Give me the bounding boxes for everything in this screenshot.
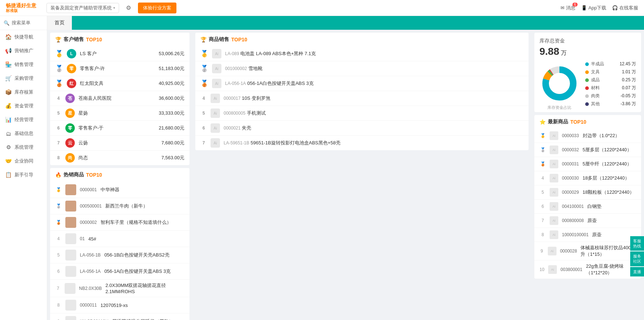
product-name: 22g鱼豆腐-烧烤味（1*12*20） (586, 263, 636, 276)
float-button[interactable]: 客服 热线 (630, 236, 644, 251)
product-name: 12070519-xs (101, 303, 128, 308)
inventory-legend: 半成品 12.45 万 文具 1.01 万 成品 0.25 万 材料 0.07 … (585, 61, 636, 107)
sidebar-item-新手引导[interactable]: 📋新手引导 (0, 168, 47, 182)
try-plan-button[interactable]: 体验行业方案 (138, 3, 176, 13)
sidebar-icon: 📦 (5, 89, 12, 95)
product-name: 新西兰牛肉（新牛） (105, 203, 148, 209)
product-code: 0000030 (562, 176, 579, 181)
legend-dot (585, 78, 589, 82)
medal-icon (200, 50, 208, 58)
logo-sub: 标准版 (6, 8, 36, 13)
table-row: Ai 001000002 雪地靴 (195, 61, 529, 76)
sidebar-icon: ⚙ (5, 144, 12, 151)
main-layout: 🔍 搜索菜单 🏠快捷导航📢营销推广🏪销售管理🛒采购管理📦库存核算💰资金管理📊经营… (0, 16, 644, 320)
list-item: 6 LA-056-1A 056-1A白色按键开关盖ABS 3克 (50, 263, 189, 280)
message-button[interactable]: ✉ 消息 6 (561, 5, 575, 11)
rank-number: 7 (55, 140, 62, 145)
middle-panel: 🏆 商品销售 TOP10 Ai LA-089 电池盖 LA-089 ABS本色+… (192, 30, 531, 320)
legend-item: 其他 -3.86 万 (585, 101, 636, 107)
legend-dot (585, 62, 589, 66)
product-icon: Ai (212, 64, 221, 73)
legend-label: 材料 (591, 85, 620, 91)
sidebar-item-企业协同[interactable]: 🤝企业协同 (0, 154, 47, 168)
sidebar-icon: 🗂 (5, 131, 12, 137)
hot-products-card: 🔥 热销商品 TOP10 🥇 0000001 中华神器 🥈 000500001 … (50, 168, 189, 320)
inventory-title: 库存总资金 (539, 38, 636, 44)
online-service-button[interactable]: 🎧 在线客服 (612, 5, 638, 11)
nav-tabs: 首页 (47, 16, 644, 30)
rank-number: 6 (55, 126, 62, 131)
customer-value: 7,680.00元 (161, 140, 184, 146)
list-item: 8 Ai 10000100001 原壶 (534, 228, 641, 242)
sidebar-item-label: 资金管理 (15, 103, 33, 109)
settings-icon[interactable]: ⚙ (123, 3, 134, 13)
inventory-amount: 9.88 (539, 46, 559, 57)
message-badge: 6 (572, 3, 578, 7)
list-item: 5 LA-056-1B 056-1B白色按键开关壳ABS2壳 (50, 247, 189, 263)
float-button[interactable]: 直播 (630, 267, 644, 276)
search-menu-button[interactable]: 🔍 搜索菜单 (4, 20, 43, 26)
logo-main: 畅捷通好生意 (6, 3, 36, 9)
product-icon: Ai (550, 145, 558, 154)
sidebar-item-营销推广[interactable]: 📢营销推广 (0, 44, 47, 58)
legend-value: 0.25 万 (622, 77, 636, 83)
medal-icon (200, 79, 208, 87)
float-buttons: 客服 热线服务 社区直播 (630, 236, 644, 276)
topbar-right: ✉ 消息 6 📱 App下载 🎧 在线客服 (561, 5, 638, 11)
legend-label: 文具 (591, 69, 620, 75)
product-code: 0000028 (560, 249, 577, 254)
rank-number: 4 (200, 96, 207, 101)
product-info: LA-59651-1B 59651-1B旋转投影灯电池盒ABS黑色+58壳 (224, 140, 523, 146)
legend-label: 肉类 (591, 93, 618, 99)
sidebar-nav: 🏠快捷导航📢营销推广🏪销售管理🛒采购管理📦库存核算💰资金管理📊经营管理🗂基础信息… (0, 30, 47, 182)
avatar: 云 (65, 138, 75, 148)
list-item: 8 0000011 12070519-xs (50, 297, 189, 313)
avatar: 红 (67, 79, 76, 88)
sidebar-icon: 🛒 (5, 75, 12, 82)
medal-icon (55, 65, 63, 73)
product-name: 原壶 (592, 231, 602, 238)
customer-name: 红太阳文具 (80, 80, 155, 87)
product-thumbnail (65, 201, 76, 212)
sidebar-item-label: 经营管理 (15, 116, 33, 123)
newest-products-title: 最新商品 (548, 119, 568, 125)
product-name: 花语萌馆温分腿睡袋（厚款） (112, 318, 174, 320)
product-name: 体械嘉枝味苏打饮品400毫升（1*15） (580, 245, 636, 258)
avatar: 零 (65, 123, 75, 133)
customer-value: 51,183.00元 (159, 65, 184, 72)
sidebar-item-资金管理[interactable]: 💰资金管理 (0, 99, 47, 113)
sidebar-item-经营管理[interactable]: 📊经营管理 (0, 113, 47, 127)
sidebar-item-销售管理[interactable]: 🏪销售管理 (0, 58, 47, 71)
rank-number: 5 (55, 111, 62, 116)
product-thumbnail (65, 300, 76, 311)
product-thumbnail (65, 217, 76, 228)
sidebar-item-系统管理[interactable]: ⚙系统管理 (0, 140, 47, 154)
sidebar-item-库存核算[interactable]: 📦库存核算 (0, 85, 47, 99)
avatar: 零 (67, 64, 76, 73)
sidebar-item-label: 企业协同 (15, 158, 33, 164)
sidebar-item-label: 采购管理 (15, 75, 33, 82)
phone-icon: 📱 (581, 5, 587, 11)
tab-home[interactable]: 首页 (47, 16, 72, 30)
customer-name: 苍南县人民医院 (78, 95, 155, 102)
system-selector[interactable]: 装备及固定资产辅助管理系统 ▾ (46, 3, 119, 13)
sidebar-item-基础信息[interactable]: 🗂基础信息 (0, 127, 47, 140)
product-sales-header: 🏆 商品销售 TOP10 (195, 33, 529, 46)
product-name: 18多层（1220*2440） (583, 175, 629, 181)
sidebar-item-快捷导航[interactable]: 🏠快捷导航 (0, 30, 47, 44)
medal-icon: 🥇 (55, 187, 62, 192)
avatar: 苍 (65, 94, 75, 103)
product-name: 056-1A白色按键开关盖ABS 3克 (104, 268, 171, 275)
float-button[interactable]: 服务 社区 (630, 251, 644, 266)
app-download-button[interactable]: 📱 App下载 (581, 5, 606, 11)
rank-number: 7 (539, 218, 546, 223)
chevron-down-icon: ▾ (113, 6, 115, 10)
sidebar-search-section: 🔍 搜索菜单 (0, 16, 47, 30)
product-code: 0000033 (562, 133, 579, 138)
sidebar-icon: 📋 (5, 172, 12, 178)
sidebar-item-采购管理[interactable]: 🛒采购管理 (0, 71, 47, 85)
avatar: 星 (65, 108, 75, 118)
product-thumbnail (65, 233, 76, 244)
rank-number: 5 (55, 253, 62, 258)
rank-number: 8 (539, 232, 546, 237)
